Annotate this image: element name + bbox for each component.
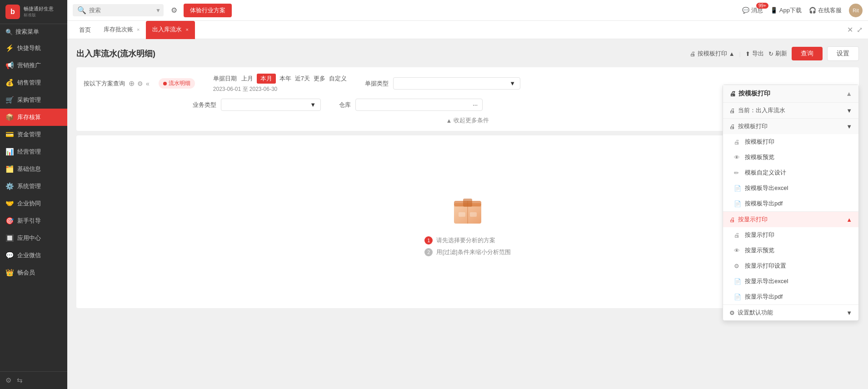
avatar[interactable]: Rit xyxy=(849,4,863,17)
dropdown-item-display-pdf[interactable]: 📄 按显示导出pdf xyxy=(723,289,858,304)
query-button[interactable]: 查询 xyxy=(792,47,823,60)
maximize-icon[interactable]: ⤢ xyxy=(857,25,863,34)
dropdown-item-display-settings[interactable]: ⚙ 按显示打印设置 xyxy=(723,258,858,274)
sidebar-item-system[interactable]: ⚙️ 系统管理 xyxy=(0,178,67,195)
dropdown-title: 🖨 按模板打印 xyxy=(729,90,770,98)
export-label: 导出 xyxy=(752,50,764,58)
export-btn[interactable]: ⬆ 导出 xyxy=(745,50,764,58)
tab-close-icon[interactable]: × xyxy=(185,27,188,32)
cooperation-icon: 🤝 xyxy=(5,199,14,208)
search-input[interactable] xyxy=(89,7,153,14)
message-btn[interactable]: 💬 消息 99+ xyxy=(742,6,763,15)
sidebar-item-basic[interactable]: 🗂️ 基础信息 xyxy=(0,160,67,178)
tab-batch-ledger[interactable]: 库存批次账 × xyxy=(97,21,146,39)
item-label: 按显示导出excel xyxy=(745,277,788,285)
search-label: 搜索菜单 xyxy=(15,28,39,36)
print-template-btn[interactable]: 🖨 按模板打印 ▲ xyxy=(690,50,735,58)
date-tab-custom[interactable]: 自定义 xyxy=(329,75,347,83)
sidebar-item-label: 企业协同 xyxy=(17,199,41,208)
toggle-icon[interactable]: ⇆ xyxy=(17,376,23,384)
doc-type-label: 单据类型 xyxy=(365,80,389,88)
dropdown-item-display-print[interactable]: 🖨 按显示打印 xyxy=(723,227,858,243)
dropdown-item-template-pdf[interactable]: 📄 按模板导出pdf xyxy=(723,196,858,211)
sidebar-item-cooperation[interactable]: 🤝 企业协同 xyxy=(0,195,67,212)
dropdown-item-display-excel[interactable]: 📄 按显示导出excel xyxy=(723,274,858,289)
collapse-left-icon[interactable]: « xyxy=(146,80,150,87)
printer-icon: 🖨 xyxy=(690,50,696,57)
brand-name: 畅捷通好生意 xyxy=(24,5,54,12)
item-label: 按显示预览 xyxy=(745,246,774,254)
sales-icon: 💰 xyxy=(5,79,14,87)
purchase-icon: 🛒 xyxy=(5,96,14,104)
logo-icon: b xyxy=(5,5,20,19)
printer-icon: 🖨 xyxy=(729,123,735,130)
industry-btn[interactable]: 体验行业方案 xyxy=(184,4,232,17)
sidebar-item-purchase[interactable]: 🛒 采购管理 xyxy=(0,91,67,109)
dropdown-header: 🖨 按模板打印 ▲ xyxy=(723,85,858,103)
sidebar-item-sales[interactable]: 💰 销售管理 xyxy=(0,74,67,91)
collapse-btn[interactable]: ▲ 收起更多条件 xyxy=(446,116,489,125)
tab-home[interactable]: 首页 xyxy=(73,21,97,39)
sidebar-item-wechat[interactable]: 💬 企业微信 xyxy=(0,247,67,264)
settings-icon[interactable]: ⚙ xyxy=(5,376,11,384)
date-tab-last-month[interactable]: 上月 xyxy=(241,75,253,83)
template-print-header[interactable]: 🖨 按模板打印 ▼ xyxy=(723,119,858,134)
date-tab-last7[interactable]: 近7天 xyxy=(295,75,310,83)
dropdown-footer[interactable]: ⚙ 设置默认功能 ▼ xyxy=(723,305,858,320)
filter-tag[interactable]: 流水明细 xyxy=(159,78,195,89)
sidebar-item-operations[interactable]: 📊 经营管理 xyxy=(0,143,67,160)
biz-type-select[interactable]: ▼ xyxy=(221,99,321,111)
current-icon: 🖨 xyxy=(729,107,735,114)
header-search-box[interactable]: 🔍 ▼ xyxy=(73,4,164,16)
dropdown-item-template-excel[interactable]: 📄 按模板导出excel xyxy=(723,180,858,196)
tab-inout-flow[interactable]: 出入库流水 × xyxy=(146,21,195,39)
refresh-btn[interactable]: ↻ 刷新 xyxy=(768,50,787,58)
close-icon[interactable]: ✕ xyxy=(847,25,853,34)
app-download-label: App下载 xyxy=(779,6,802,15)
doc-type-select[interactable]: ▼ xyxy=(393,77,520,90)
online-service-btn[interactable]: 🎧 在线客服 xyxy=(809,6,842,15)
sidebar-item-label: 经营管理 xyxy=(17,148,41,156)
warehouse-select[interactable]: ··· xyxy=(355,99,483,111)
tab-label: 库存批次账 xyxy=(104,25,133,34)
sidebar-item-appcenter[interactable]: 🔲 应用中心 xyxy=(0,229,67,247)
dropdown-item-template-preview[interactable]: 👁 按模板预览 xyxy=(723,150,858,165)
collapse-label: 收起更多条件 xyxy=(454,116,489,125)
sidebar-search[interactable]: 🔍 搜索菜单 xyxy=(0,24,67,40)
page-actions: 🖨 按模板打印 ▲ | ⬆ 导出 ↻ 刷新 查询 设置 xyxy=(690,46,859,61)
date-tabs: 上月 本月 本年 近7天 更多 自定义 xyxy=(241,74,347,84)
date-range: 2023-06-01 至 2023-06-30 xyxy=(213,85,347,93)
sidebar-item-quick-nav[interactable]: ⚡ 快捷导航 xyxy=(0,40,67,57)
sidebar-item-marketing[interactable]: 📢 营销推广 xyxy=(0,57,67,74)
page-title: 出入库流水(流水明细) xyxy=(76,48,155,59)
add-icon[interactable]: ⊕ xyxy=(129,79,135,88)
sidebar-item-label: 营销推广 xyxy=(17,61,41,70)
date-tab-more[interactable]: 更多 xyxy=(314,75,325,83)
app-download-btn[interactable]: 📱 App下载 xyxy=(770,6,802,15)
sidebar-item-member[interactable]: 👑 畅会员 xyxy=(0,264,67,281)
item-label: 按显示打印 xyxy=(745,231,774,239)
display-print-header[interactable]: 🖨 按显示打印 ▲ xyxy=(723,212,858,227)
tab-close-icon[interactable]: × xyxy=(137,27,140,32)
date-tab-this-year[interactable]: 本年 xyxy=(279,75,291,83)
sidebar-item-inventory[interactable]: 📦 库存核算 xyxy=(0,109,67,126)
dropdown-collapse-icon[interactable]: ▲ xyxy=(846,90,852,97)
sidebar-item-finance[interactable]: 💳 资金管理 xyxy=(0,126,67,143)
date-tab-this-month[interactable]: 本月 xyxy=(257,74,276,84)
sidebar-item-label: 基础信息 xyxy=(17,165,41,173)
dropdown-item-template-custom[interactable]: ✏ 模板自定义设计 xyxy=(723,165,858,180)
sidebar-bottom: ⚙ ⇆ xyxy=(0,371,67,389)
gear-icon[interactable]: ⚙ xyxy=(171,6,177,15)
dropdown-item-display-preview[interactable]: 👁 按显示预览 xyxy=(723,243,858,258)
dropdown-title-label: 按模板打印 xyxy=(738,90,770,98)
settings-icon[interactable]: ⚙ xyxy=(137,80,143,87)
window-controls: ✕ ⤢ xyxy=(847,25,863,34)
dropdown-item-template-print[interactable]: 🖨 按模板打印 xyxy=(723,134,858,150)
item-label: 按模板导出excel xyxy=(745,184,788,192)
page-title-bar: 出入库流水(流水明细) 🖨 按模板打印 ▲ | ⬆ 导出 ↻ 刷新 xyxy=(76,46,859,61)
sidebar-item-guide[interactable]: 🎯 新手引导 xyxy=(0,212,67,229)
settings-button[interactable]: 设置 xyxy=(827,46,859,61)
item-label: 按显示打印设置 xyxy=(745,262,786,270)
chevron-up-icon: ▲ xyxy=(729,50,735,57)
section-label: 按模板打印 xyxy=(738,122,768,130)
